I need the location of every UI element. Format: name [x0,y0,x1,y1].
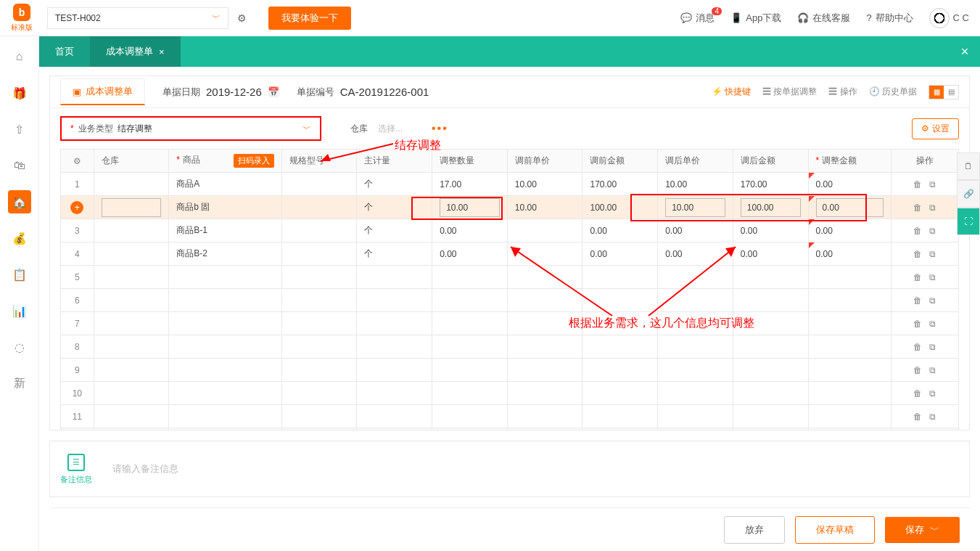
remark-icon: ☰ 备注信息 [60,454,92,485]
delete-icon[interactable]: 🗑 [913,249,922,259]
sidebar-bag-icon[interactable]: 🛍 [8,154,31,177]
copy-icon[interactable]: ⧉ [929,203,936,213]
table-row[interactable]: 11🗑⧉ [61,405,959,428]
doc-code: 单据编号 CA-20191226-001 [297,86,429,99]
help-icon: ? [866,12,871,23]
col-gear[interactable]: ⚙ [61,150,94,173]
history-link[interactable]: 🕘 历史单据 [869,86,917,98]
right-dock: 🗒 🔗 ⛶ [957,152,980,235]
table-row[interactable]: 8🗑⧉ [61,335,959,359]
save-button[interactable]: 保存 ﹀ [885,517,960,543]
add-row-button[interactable]: + [70,201,83,214]
tab-cost-adjust[interactable]: 成本调整单 × [90,36,181,67]
sidebar-gift-icon[interactable]: 🎁 [8,81,31,105]
col-unit: 主计量 [357,150,432,173]
lightning-icon: ⚡ [712,86,722,97]
gear-icon[interactable]: ⚙ [237,12,247,24]
delete-icon[interactable]: 🗑 [913,295,922,306]
trial-button[interactable]: 我要体验一下 [268,7,351,30]
sidebar: ⌂ 🎁 ⇧ 🛍 🏠 💰 📋 📊 ◌ 新 [0,36,39,551]
adj-amt-input[interactable]: 0.00 [816,198,884,217]
copy-icon[interactable]: ⧉ [929,342,936,352]
close-icon[interactable]: × [159,46,165,57]
hotkey-link[interactable]: ⚡ 快捷键 [712,86,751,98]
tab-home[interactable]: 首页 [39,36,90,67]
save-draft-button[interactable]: 保存草稿 [795,516,875,544]
view-toggle[interactable]: ▦▤ [928,85,959,99]
delete-icon[interactable]: 🗑 [913,319,922,329]
table-row[interactable]: 6🗑⧉ [61,289,959,312]
post-price-input[interactable]: 10.00 [665,198,725,217]
org-selector[interactable]: TEST-H002 ﹀ [47,7,228,29]
sidebar-upload-icon[interactable]: ⇧ [8,118,31,141]
by-doc-link[interactable]: ☰ 按单据调整 [762,86,817,98]
user-menu[interactable]: C C [929,8,969,28]
copy-icon[interactable]: ⧉ [929,319,936,329]
copy-icon[interactable]: ⧉ [929,272,936,282]
warehouse-select[interactable]: 仓库 选择... [350,123,403,135]
sidebar-warehouse-icon[interactable]: 🏠 [8,190,31,213]
qty-input[interactable]: 10.00 [440,198,500,217]
headset-icon: 🎧 [797,12,809,23]
scan-button[interactable]: 扫码录入 [234,154,274,168]
delete-icon[interactable]: 🗑 [913,365,922,375]
sidebar-report-icon[interactable]: 📊 [8,299,31,322]
warehouse-input[interactable] [102,198,162,217]
doc-tab[interactable]: ▣ 成本调整单 [60,78,145,105]
copy-icon[interactable]: ⧉ [929,365,936,375]
copy-icon[interactable]: ⧉ [929,388,936,399]
copy-icon[interactable]: ⧉ [929,295,936,306]
table-row[interactable]: 7🗑⧉ [61,312,959,335]
page-tabs: 首页 成本调整单 × × [39,36,980,67]
table-row[interactable]: 1商品A个17.0010.00170.0010.00170.000.00🗑⧉ [61,173,959,196]
col-pre-price: 调前单价 [507,150,582,173]
delete-icon[interactable]: 🗑 [913,412,922,422]
delete-icon[interactable]: 🗑 [913,226,922,236]
help-link[interactable]: ? 帮助中心 [866,12,913,25]
table-row[interactable]: 9🗑⧉ [61,359,959,382]
table-row[interactable]: +商品b 固个10.0010.00100.0010.00100.000.00🗑⧉ [61,196,959,219]
delete-icon[interactable]: 🗑 [913,203,922,213]
dock-note-icon[interactable]: 🗒 [957,152,980,180]
delete-icon[interactable]: 🗑 [913,388,922,399]
copy-icon[interactable]: ⧉ [929,249,936,259]
remark-input[interactable]: 请输入备注信息 [112,462,959,476]
service-link[interactable]: 🎧 在线客服 [797,12,850,25]
table-row[interactable]: 10🗑⧉ [61,382,959,405]
post-amt-input[interactable]: 100.00 [741,198,801,217]
sidebar-home-icon[interactable]: ⌂ [8,45,31,68]
discard-button[interactable]: 放弃 [724,516,785,544]
copy-icon[interactable]: ⧉ [929,179,936,189]
copy-icon[interactable]: ⧉ [929,226,936,236]
gear-icon: ⚙ [921,123,929,134]
dock-expand-icon[interactable]: ⛶ [957,208,980,235]
table-row[interactable]: 3商品B-1个0.000.000.000.000.00🗑⧉ [61,219,959,242]
delete-icon[interactable]: 🗑 [913,272,922,282]
sidebar-money-icon[interactable]: 💰 [8,226,31,250]
sidebar-new-icon[interactable]: 新 [8,372,31,395]
table-header-row: ⚙ 仓库 商品扫码录入 规格型号 主计量 调整数量 调前单价 调前金额 调后单价 [61,150,959,173]
app-download-link[interactable]: 📱 App下载 [730,12,781,25]
delete-icon[interactable]: 🗑 [913,179,922,189]
sidebar-refresh-icon[interactable]: ◌ [8,335,31,359]
messages-link[interactable]: 💬 消息 4 [680,12,715,25]
settings-button[interactable]: ⚙ 设置 [912,118,959,139]
biz-type-select[interactable]: *业务类型 结存调整 ﹀ [60,116,321,141]
data-table-wrap: ⚙ 仓库 商品扫码录入 规格型号 主计量 调整数量 调前单价 调前金额 调后单价 [50,149,969,430]
org-name: TEST-H002 [55,13,101,23]
calendar-icon[interactable]: 📅 [268,86,279,97]
sidebar-clipboard-icon[interactable]: 📋 [8,263,31,286]
col-pre-amt: 调前金额 [582,150,658,173]
ops-link[interactable]: ☰ 操作 [828,86,857,98]
copy-icon[interactable]: ⧉ [929,412,936,422]
col-adj-amt: 调整金额 [808,150,891,173]
table-row[interactable]: 5🗑⧉ [61,266,959,289]
delete-icon[interactable]: 🗑 [913,342,922,352]
more-icon[interactable]: ••• [432,122,448,135]
col-product: 商品扫码录入 [169,150,282,173]
dock-link-icon[interactable]: 🔗 [957,180,980,208]
avatar [929,8,950,28]
card-header: ▣ 成本调整单 单据日期 2019-12-26 📅 单据编号 CA-201912… [50,76,969,108]
tabs-close-all[interactable]: × [950,36,980,67]
table-row[interactable]: 4商品B-2个0.000.000.000.000.00🗑⧉ [61,242,959,266]
